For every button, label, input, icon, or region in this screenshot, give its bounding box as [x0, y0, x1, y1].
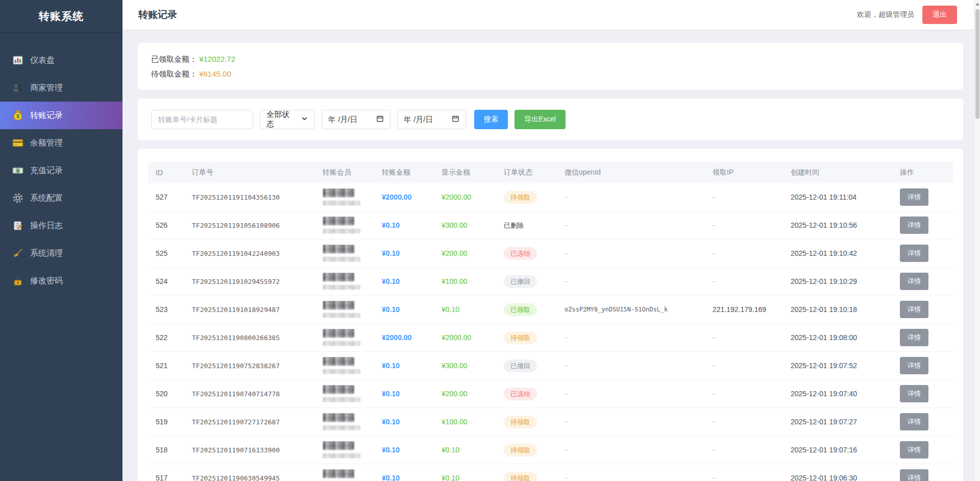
cell-created-time: 2025-12-01 19:11:04	[791, 193, 900, 201]
cell-member	[323, 188, 382, 206]
cell-order-status: 已冻结	[504, 247, 565, 260]
search-button[interactable]: 搜索	[474, 110, 508, 129]
cell-action: 详情	[900, 217, 953, 234]
sidebar-item-transfers[interactable]: $转账记录	[0, 102, 122, 129]
filter-bar: 全部状态 年 /月/日 年 /月/日 搜索	[138, 99, 963, 140]
cell-wechat-openid: -	[565, 250, 713, 257]
detail-button[interactable]: 详情	[900, 273, 928, 290]
received-amount-label: 已领取金额：	[151, 55, 197, 63]
empty-dash: -	[565, 474, 568, 481]
empty-dash: -	[565, 362, 568, 369]
cell-display-amount: ¥200.00	[442, 249, 504, 257]
sidebar-item-logs[interactable]: 操作日志	[0, 212, 122, 239]
empty-dash: -	[713, 474, 715, 481]
cell-transfer-amount: ¥0.10	[382, 390, 442, 398]
cell-order-no: TF20251201191104356130	[192, 194, 323, 201]
cell-transfer-amount: ¥2000.00	[382, 333, 442, 342]
cell-created-time: 2025-12-01 19:10:56	[791, 221, 900, 229]
cell-wechat-openid: -	[565, 418, 713, 425]
sidebar-item-recharge[interactable]: $充值记录	[0, 157, 122, 184]
cell-action: 详情	[900, 329, 953, 346]
cell-transfer-amount: ¥0.10	[382, 277, 442, 285]
detail-button[interactable]: 详情	[900, 217, 928, 234]
table-row: 527TF20251201191104356130¥2000.00¥2000.0…	[148, 183, 953, 211]
sidebar-item-dashboard[interactable]: 仪表盘	[0, 46, 122, 74]
pending-amount-value: ¥6145.00	[199, 69, 231, 78]
table-row: 517TF20251201190630549945¥0.10¥0.10待领取--…	[148, 464, 953, 481]
date-end-input[interactable]: 年 /月/日	[397, 110, 466, 129]
detail-button[interactable]: 详情	[900, 245, 928, 262]
page-scrollbar[interactable]	[974, 0, 980, 481]
member-sub-blurred	[323, 257, 360, 262]
money-bag-icon: $	[12, 110, 23, 121]
detail-button[interactable]: 详情	[900, 385, 928, 402]
cell-member	[323, 301, 382, 318]
banknote-icon: $	[12, 165, 23, 176]
empty-dash: -	[565, 334, 568, 341]
memo-icon	[12, 220, 23, 231]
received-amount-value: ¥12022.72	[199, 55, 235, 63]
status-badge: 待领取	[504, 444, 537, 456]
sidebar-item-label: 转账记录	[30, 110, 63, 121]
detail-button[interactable]: 详情	[900, 441, 928, 459]
detail-button[interactable]: 详情	[900, 469, 928, 481]
cell-display-amount: ¥100.00	[442, 277, 504, 285]
scrollbar-up-arrow-icon[interactable]	[975, 3, 979, 6]
cell-display-amount: ¥0.10	[442, 446, 504, 454]
table-header-row: ID订单号转账会员转账金额显示金额订单状态微信openId领取IP创建时间操作	[148, 162, 953, 183]
export-excel-button[interactable]: 导出Excel	[514, 110, 566, 129]
search-input[interactable]	[151, 110, 253, 129]
sidebar-item-password[interactable]: 修改密码	[0, 267, 122, 295]
table-row: 521TF20251201190752838267¥0.10¥300.00已撤回…	[148, 352, 953, 380]
member-name-blurred	[323, 329, 354, 338]
cell-created-time: 2025-12-01 19:06:30	[791, 474, 900, 481]
table-row: 523TF20251201191018929487¥0.10¥0.10已领取oZ…	[148, 296, 953, 324]
detail-button[interactable]: 详情	[900, 413, 928, 430]
cell-order-status: 待领取	[504, 191, 565, 204]
cell-display-amount: ¥0.10	[442, 305, 504, 314]
cell-order-status: 待领取	[504, 472, 565, 481]
received-amount-line: 已领取金额： ¥12022.72	[151, 52, 950, 66]
status-badge: 已冻结	[504, 247, 537, 260]
pending-amount-label: 待领取金额：	[151, 69, 197, 78]
cell-order-status: 待领取	[504, 444, 565, 456]
calendar-icon	[448, 115, 459, 124]
sidebar-item-config[interactable]: 系统配置	[0, 184, 122, 212]
member-name-blurred	[323, 357, 354, 366]
cell-order-no: TF20251201190630549945	[192, 474, 323, 481]
date-start-input[interactable]: 年 /月/日	[322, 110, 390, 129]
cell-id: 520	[148, 390, 192, 398]
member-redacted-blur	[323, 413, 382, 430]
cell-display-amount: ¥300.00	[442, 221, 504, 229]
cell-order-no: TF20251201191056108906	[192, 222, 323, 229]
sidebar-item-cleanup[interactable]: 系统清理	[0, 239, 122, 267]
empty-dash: -	[565, 390, 568, 397]
cell-display-amount: ¥300.00	[442, 362, 504, 370]
detail-button[interactable]: 详情	[900, 329, 928, 346]
detail-button[interactable]: 详情	[900, 301, 928, 318]
sidebar-item-merchants[interactable]: 商家管理	[0, 74, 122, 102]
topbar-right: 欢迎，超级管理员 退出	[857, 6, 957, 24]
empty-dash: -	[713, 362, 715, 370]
cell-wechat-openid: -	[565, 222, 713, 229]
date-start-value: 年 /月/日	[328, 115, 358, 125]
empty-dash: -	[713, 221, 715, 229]
cell-wechat-openid: -	[565, 278, 713, 285]
member-name-blurred	[323, 413, 354, 422]
member-redacted-blur	[323, 385, 382, 402]
empty-dash: -	[713, 418, 715, 426]
scrollbar-thumb[interactable]	[975, 9, 979, 119]
logout-button[interactable]: 退出	[922, 6, 957, 24]
empty-dash: -	[565, 278, 568, 285]
sidebar-item-balance[interactable]: 余额管理	[0, 129, 122, 157]
cell-transfer-amount: ¥0.10	[382, 418, 442, 426]
cell-created-time: 2025-12-01 19:10:29	[791, 277, 900, 285]
status-select-value: 全部状态	[266, 110, 297, 129]
cell-id: 521	[148, 362, 192, 370]
detail-button[interactable]: 详情	[900, 188, 928, 206]
cell-display-amount: ¥0.10	[442, 474, 504, 481]
cell-member	[323, 329, 382, 346]
status-select[interactable]: 全部状态	[260, 110, 315, 129]
detail-button[interactable]: 详情	[900, 357, 928, 374]
sidebar-item-label: 系统清理	[30, 248, 63, 259]
